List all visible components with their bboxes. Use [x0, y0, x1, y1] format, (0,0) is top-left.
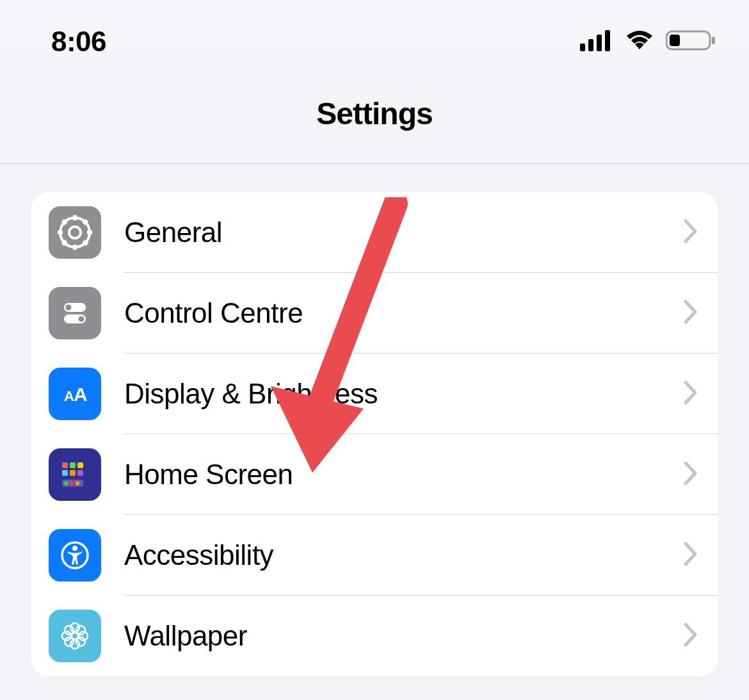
- setting-row-display-brightness[interactable]: A A Display & Brightness: [31, 354, 718, 434]
- chevron-right-icon: [684, 300, 698, 327]
- settings-group: General Control Centre A A: [31, 192, 718, 676]
- chevron-right-icon: [684, 380, 698, 407]
- chevron-right-icon: [684, 219, 698, 246]
- svg-point-41: [76, 626, 85, 635]
- svg-rect-30: [64, 482, 68, 485]
- navigation-header: Settings: [0, 70, 749, 164]
- svg-rect-26: [62, 470, 68, 476]
- svg-rect-0: [580, 44, 585, 51]
- setting-row-home-screen[interactable]: Home Screen: [31, 434, 718, 515]
- setting-row-wallpaper[interactable]: Wallpaper: [31, 596, 718, 676]
- svg-rect-23: [62, 462, 68, 468]
- svg-rect-3: [605, 30, 610, 51]
- chevron-right-icon: [684, 623, 698, 649]
- app-grid-icon: [49, 448, 101, 501]
- svg-text:A: A: [74, 384, 88, 405]
- svg-rect-27: [70, 470, 76, 476]
- setting-label: Display & Brightness: [124, 378, 378, 410]
- svg-rect-28: [77, 470, 83, 476]
- svg-rect-15: [58, 231, 63, 234]
- textsize-icon: A A: [49, 368, 101, 420]
- wifi-icon: [624, 29, 656, 54]
- toggles-icon: [49, 287, 101, 339]
- setting-label: Accessibility: [124, 539, 273, 571]
- cellular-signal-icon: [580, 29, 613, 54]
- setting-label: General: [124, 216, 222, 248]
- svg-rect-11: [87, 231, 92, 234]
- svg-rect-25: [77, 462, 83, 468]
- svg-rect-5: [670, 35, 680, 46]
- svg-point-43: [76, 637, 85, 646]
- flower-icon: [49, 610, 101, 662]
- svg-point-34: [72, 546, 77, 551]
- svg-rect-32: [76, 482, 79, 485]
- svg-rect-6: [712, 37, 715, 44]
- svg-rect-1: [588, 39, 593, 51]
- status-indicators: [580, 29, 717, 54]
- svg-point-20: [79, 316, 85, 322]
- page-title: Settings: [0, 96, 749, 131]
- setting-row-control-centre[interactable]: Control Centre: [31, 273, 718, 354]
- gear-icon: [49, 206, 101, 259]
- setting-label: Control Centre: [124, 297, 303, 329]
- svg-rect-2: [597, 35, 602, 51]
- setting-row-accessibility[interactable]: Accessibility: [31, 515, 718, 596]
- svg-point-39: [79, 631, 88, 640]
- svg-rect-9: [73, 215, 77, 220]
- chevron-right-icon: [684, 542, 698, 569]
- status-bar: 8:06: [0, 0, 749, 70]
- chevron-right-icon: [684, 461, 698, 488]
- svg-point-40: [65, 626, 74, 635]
- setting-label: Home Screen: [124, 459, 293, 491]
- svg-point-37: [70, 640, 79, 649]
- battery-icon: [666, 29, 717, 54]
- svg-rect-13: [73, 245, 77, 250]
- svg-point-38: [62, 631, 71, 640]
- setting-label: Wallpaper: [124, 620, 247, 652]
- svg-point-8: [69, 227, 81, 238]
- svg-point-18: [66, 305, 72, 311]
- svg-text:A: A: [64, 388, 74, 404]
- svg-point-42: [65, 637, 74, 646]
- setting-row-general[interactable]: General: [31, 192, 718, 273]
- status-time: 8:06: [51, 26, 106, 58]
- accessibility-icon: [49, 529, 101, 582]
- svg-rect-24: [70, 462, 76, 468]
- svg-point-36: [70, 623, 79, 632]
- svg-rect-31: [70, 482, 74, 485]
